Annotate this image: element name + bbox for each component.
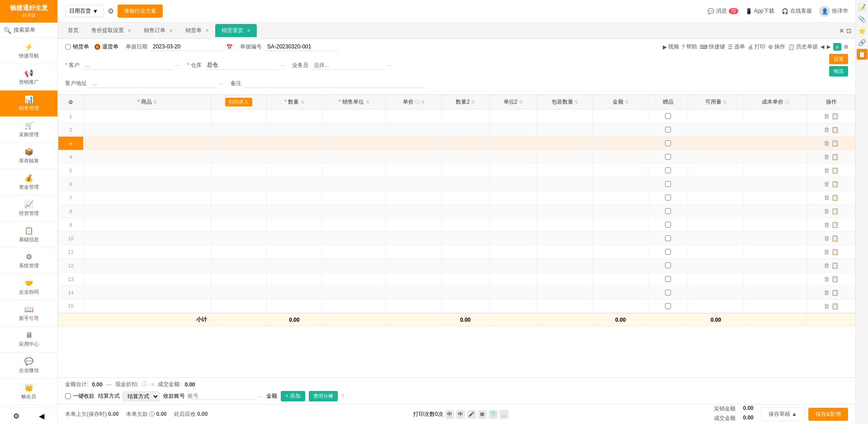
help-btn[interactable]: ? 帮助 — [682, 43, 697, 51]
unit2-cell[interactable] — [489, 205, 537, 218]
radio-return[interactable]: 退货单 — [94, 43, 118, 51]
customer-more-icon[interactable]: ··· — [175, 62, 180, 68]
delete-row-icon[interactable]: 🗑 — [824, 181, 830, 187]
rt-link-btn[interactable]: 🔗 — [857, 37, 868, 48]
tab-sales[interactable]: 销货单 ✕ — [179, 24, 215, 37]
product-input[interactable] — [85, 262, 209, 269]
account-input[interactable] — [188, 393, 255, 400]
pack-qty-cell[interactable] — [537, 205, 593, 218]
gift-cell[interactable] — [648, 272, 688, 286]
available-cell[interactable] — [688, 137, 744, 150]
product-input[interactable] — [85, 303, 209, 309]
amount-cell[interactable] — [593, 272, 648, 286]
available-cell[interactable] — [688, 164, 744, 177]
product-cell[interactable] — [84, 232, 211, 245]
shortcut-btn[interactable]: ⌨ 快捷键 — [700, 43, 725, 51]
pack-qty-cell[interactable] — [537, 272, 593, 286]
save-draft-btn[interactable]: 保存草稿 ▲ — [761, 407, 805, 421]
salesperson-input[interactable] — [311, 61, 384, 70]
product-input[interactable] — [85, 222, 209, 228]
pack-qty-cell[interactable] — [537, 245, 593, 259]
quantity-cell[interactable] — [266, 110, 322, 123]
gift-cell[interactable] — [648, 232, 688, 245]
unit2-cell[interactable] — [489, 137, 537, 150]
sales-unit-cell[interactable] — [322, 286, 386, 300]
pack-qty-cell[interactable] — [537, 123, 593, 137]
product-input[interactable] — [85, 154, 209, 160]
gift-checkbox[interactable] — [665, 235, 671, 241]
available-cell[interactable] — [688, 218, 744, 232]
unit-price-cell[interactable] — [386, 150, 441, 164]
sort-unit2-icon[interactable]: ⇅ — [519, 100, 523, 105]
gift-checkbox[interactable] — [665, 154, 671, 160]
gift-checkbox[interactable] — [665, 303, 671, 309]
sidebar-item-inventory[interactable]: 📦 库存核算 — [0, 143, 57, 169]
collapse-icon[interactable]: ◀ — [39, 412, 44, 420]
payment-method-select[interactable]: 结算方式 — [123, 391, 160, 401]
sales-unit-cell[interactable] — [322, 272, 386, 286]
sort-pack-qty-icon[interactable]: ⇅ — [575, 100, 578, 105]
product-cell[interactable] — [84, 245, 211, 259]
quantity-cell[interactable] — [266, 191, 322, 205]
rt-active-btn[interactable]: 📋 — [857, 49, 868, 60]
unit-price-cell[interactable] — [386, 259, 441, 272]
warehouse-more-icon[interactable]: ··· — [280, 62, 285, 68]
settings-icon[interactable]: ⚙ — [108, 7, 114, 15]
qty2-cell[interactable] — [442, 272, 490, 286]
one-key-payment-label[interactable]: 一键收款 — [65, 392, 94, 400]
sort-sales-unit-icon[interactable]: ⇅ — [366, 100, 369, 105]
gift-checkbox[interactable] — [665, 208, 671, 214]
sidebar-item-wechat[interactable]: 💬 企业微信 — [0, 353, 57, 379]
unit2-cell[interactable] — [489, 150, 537, 164]
copy-row-icon[interactable]: 📋 — [831, 167, 839, 174]
amount-cell[interactable] — [593, 205, 648, 218]
unit2-cell[interactable] — [489, 177, 537, 191]
cost-price-cell[interactable] — [744, 272, 807, 286]
quantity-cell[interactable] — [266, 137, 322, 150]
amount-cell[interactable] — [593, 232, 648, 245]
product-cell[interactable] — [84, 218, 211, 232]
tool-icon-1[interactable]: 中 — [445, 410, 454, 419]
rt-star-btn[interactable]: ⭐ — [857, 25, 868, 36]
date-input[interactable] — [150, 43, 223, 51]
sales-unit-cell[interactable] — [322, 177, 386, 191]
product-input[interactable] — [85, 167, 209, 174]
product-cell[interactable] — [84, 177, 211, 191]
delete-row-icon[interactable]: 🗑 — [824, 126, 830, 133]
cost-price-cell[interactable] — [744, 218, 807, 232]
radio-sales-input[interactable] — [65, 44, 71, 50]
row-add-btn-cell[interactable]: + — [58, 137, 84, 150]
gift-checkbox[interactable] — [665, 181, 671, 187]
product-input[interactable] — [85, 181, 209, 187]
unit-price-cell[interactable] — [386, 177, 441, 191]
product-input[interactable] — [85, 208, 209, 214]
unit-price-cell[interactable] — [386, 137, 441, 150]
gift-checkbox[interactable] — [665, 167, 671, 173]
cash-discount-help[interactable]: ⓘ — [142, 381, 147, 388]
product-input[interactable] — [85, 249, 209, 255]
copy-row-icon[interactable]: 📋 — [831, 126, 839, 133]
gift-checkbox[interactable] — [665, 276, 671, 282]
available-cell[interactable] — [688, 150, 744, 164]
gift-cell[interactable] — [648, 300, 688, 313]
cost-price-cell[interactable] — [744, 191, 807, 205]
product-input[interactable] — [85, 276, 209, 282]
gift-cell[interactable] — [648, 191, 688, 205]
qty2-cell[interactable] — [442, 245, 490, 259]
copy-row-icon[interactable]: 📋 — [831, 181, 839, 187]
available-cell[interactable] — [688, 272, 744, 286]
nav-prev-btn[interactable]: ◀ — [821, 43, 824, 51]
pack-qty-cell[interactable] — [537, 150, 593, 164]
amount-cell[interactable] — [593, 286, 648, 300]
amount-cell[interactable] — [593, 150, 648, 164]
sidebar-item-basic[interactable]: 📋 基础信息 — [0, 222, 57, 248]
product-cell[interactable] — [84, 259, 211, 272]
gift-cell[interactable] — [648, 110, 688, 123]
amount-cell[interactable] — [593, 164, 648, 177]
sidebar-item-finance[interactable]: 💰 资金管理 — [0, 169, 57, 195]
sort-available-icon[interactable]: ⇅ — [723, 100, 726, 105]
copy-row-icon[interactable]: 📋 — [831, 153, 839, 160]
amount-cell[interactable] — [593, 218, 648, 232]
tool-icon-4[interactable]: ⊞ — [478, 410, 487, 419]
nav-next-btn[interactable]: ▶ — [827, 43, 830, 51]
